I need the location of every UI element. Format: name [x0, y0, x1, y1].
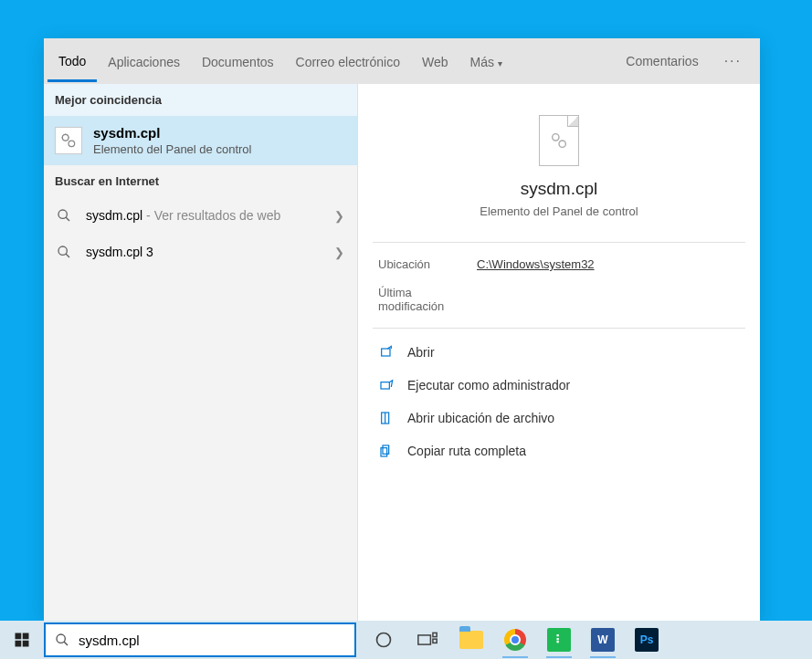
chrome-icon[interactable] — [501, 625, 530, 654]
svg-rect-8 — [382, 349, 390, 356]
action-open[interactable]: Abrir — [373, 336, 745, 369]
tab-all[interactable]: Todo — [47, 41, 97, 82]
web-result-item[interactable]: sysdm.cpl 3 ❯ — [44, 234, 357, 270]
action-copy-path[interactable]: Copiar ruta completa — [373, 434, 745, 467]
meta-location-label: Ubicación — [378, 257, 477, 271]
meta-modified-label: Última modificación — [378, 286, 477, 313]
action-run-admin[interactable]: Ejecutar como administrador — [373, 369, 745, 402]
svg-rect-17 — [23, 641, 29, 647]
feedback-link[interactable]: Comentarios — [615, 54, 709, 68]
section-best-match: Mejor coincidencia — [44, 84, 357, 116]
svg-rect-23 — [433, 639, 437, 643]
section-web-search: Buscar en Internet — [44, 165, 357, 197]
search-results-panel: Todo Aplicaciones Documentos Correo elec… — [44, 38, 760, 621]
tab-documents[interactable]: Documentos — [191, 42, 285, 80]
results-list: Mejor coincidencia sysdm.cpl Elemento de… — [44, 84, 358, 621]
web-result-label: sysdm.cpl - Ver resultados de web — [86, 208, 280, 223]
chevron-right-icon: ❯ — [334, 209, 344, 223]
control-panel-icon — [55, 127, 82, 154]
start-button[interactable] — [0, 621, 44, 659]
web-result-item[interactable]: sysdm.cpl - Ver resultados de web ❯ — [44, 197, 357, 234]
svg-point-6 — [553, 134, 559, 141]
svg-rect-14 — [16, 633, 22, 640]
action-open-location[interactable]: Abrir ubicación de archivo — [373, 402, 745, 434]
svg-rect-12 — [383, 445, 389, 454]
taskbar-search-box[interactable] — [44, 622, 356, 657]
best-match-subtitle: Elemento del Panel de control — [93, 142, 251, 156]
best-match-title: sysdm.cpl — [93, 125, 251, 141]
svg-rect-21 — [418, 635, 431, 644]
word-icon[interactable]: W — [588, 625, 617, 654]
svg-point-18 — [57, 634, 65, 643]
svg-rect-15 — [23, 633, 29, 640]
search-icon — [55, 633, 69, 647]
svg-point-1 — [69, 141, 75, 147]
web-result-label: sysdm.cpl 3 — [86, 245, 153, 259]
preview-pane: sysdm.cpl Elemento del Panel de control … — [358, 84, 760, 621]
svg-line-19 — [64, 642, 68, 645]
file-explorer-icon[interactable] — [457, 625, 486, 654]
task-view-icon[interactable] — [413, 625, 442, 654]
svg-rect-16 — [16, 641, 22, 647]
search-icon — [55, 245, 73, 259]
divider — [373, 242, 745, 243]
search-tabs: Todo Aplicaciones Documentos Correo elec… — [44, 38, 760, 84]
open-icon — [378, 345, 395, 360]
svg-point-4 — [58, 246, 67, 255]
search-icon — [55, 208, 73, 223]
tab-apps[interactable]: Aplicaciones — [97, 42, 191, 80]
tab-email[interactable]: Correo electrónico — [285, 42, 411, 80]
best-match-item[interactable]: sysdm.cpl Elemento del Panel de control — [44, 116, 357, 165]
meta-location-value[interactable]: C:\Windows\system32 — [477, 257, 595, 271]
search-input[interactable] — [79, 633, 345, 648]
svg-point-7 — [559, 141, 565, 147]
folder-icon — [378, 411, 395, 425]
photoshop-icon[interactable]: Ps — [632, 625, 661, 654]
svg-line-5 — [66, 254, 69, 257]
svg-line-3 — [66, 217, 69, 221]
preview-subtitle: Elemento del Panel de control — [480, 204, 638, 218]
tab-more[interactable]: Más▾ — [459, 42, 513, 80]
cortana-icon[interactable] — [369, 625, 398, 654]
tab-web[interactable]: Web — [411, 42, 459, 80]
svg-rect-22 — [433, 633, 437, 636]
chevron-right-icon: ❯ — [334, 246, 344, 259]
chevron-down-icon: ▾ — [498, 58, 502, 68]
svg-point-0 — [62, 134, 69, 141]
svg-point-2 — [58, 210, 67, 218]
spotify-icon[interactable]: ⠇ — [544, 625, 574, 654]
svg-rect-9 — [381, 382, 389, 389]
taskbar: ⠇ W Ps — [0, 621, 812, 659]
divider — [373, 328, 745, 329]
svg-rect-13 — [381, 448, 387, 456]
svg-point-20 — [377, 633, 391, 647]
file-icon — [539, 115, 579, 166]
preview-title: sysdm.cpl — [521, 179, 597, 199]
copy-icon — [378, 444, 395, 458]
more-options-icon[interactable]: ··· — [710, 53, 756, 69]
shield-icon — [378, 378, 395, 392]
